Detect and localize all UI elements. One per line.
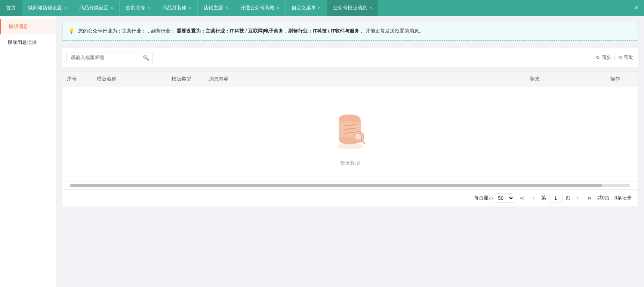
table-header: 序号 模版名称 模版类型 消息内容 状态 操作 <box>62 72 638 86</box>
empty-state-icon <box>328 109 373 154</box>
tab-template-message[interactable]: 公众号模版消息 × <box>327 0 378 16</box>
sidebar: 模版消息 模版消息记录 <box>0 16 56 287</box>
tab-category-settings[interactable]: 商品分类设置 × <box>73 0 120 16</box>
divider: | <box>614 55 615 60</box>
data-table: 序号 模版名称 模版类型 消息内容 状态 操作 <box>62 71 638 207</box>
tab-custom-menu[interactable]: 自定义菜单 × <box>286 0 327 16</box>
col-header-type: 模版类型 <box>167 72 204 86</box>
page-first-button[interactable]: ⊲ <box>517 193 526 202</box>
col-header-action: 操作 <box>593 72 638 86</box>
col-header-status: 状态 <box>526 72 593 86</box>
page-number-input[interactable] <box>549 194 563 202</box>
top-nav: 首页 微商城店铺设置 × 商品分类设置 × 首页装修 × 商品页装修 × 店铺主… <box>0 0 644 16</box>
main-layout: 模版消息 模版消息记录 💡 您的公众号行业为：主营行业：，副营行业： 需要设置为… <box>0 16 644 287</box>
page-last-button[interactable]: ⊳ <box>585 193 594 202</box>
page-size-area: 每页显示 50 20 100 <box>474 193 514 203</box>
tab-home[interactable]: 首页 <box>0 0 22 16</box>
global-close-button[interactable]: × <box>629 4 644 11</box>
help-icon: ⊙ <box>618 55 622 60</box>
tab-shop-settings[interactable]: 微商城店铺设置 × <box>22 0 73 16</box>
close-tab-shop-settings[interactable]: × <box>64 5 67 10</box>
notice-text1: 您的公众号行业为：主营行业：，副营行业： <box>78 28 175 34</box>
total-info: 共0页，0条记录 <box>597 195 632 201</box>
tab-homepage-decor[interactable]: 首页装修 × <box>120 0 156 16</box>
sync-button[interactable]: ↻ 同步 <box>596 54 611 61</box>
page-size-select[interactable]: 50 20 100 <box>495 193 514 203</box>
page-label1: 第 <box>541 195 546 201</box>
help-button[interactable]: ⊙ 帮助 <box>618 54 634 61</box>
close-tab-theme[interactable]: × <box>225 5 228 10</box>
empty-text: 暂无数据 <box>341 160 360 167</box>
search-button[interactable]: 🔍 <box>140 52 152 63</box>
content-area: 💡 您的公众号行业为：主营行业：，副营行业： 需要设置为：主营行业：IT科技 /… <box>56 16 644 287</box>
empty-state: 暂无数据 <box>62 86 638 181</box>
notice-highlight: 需要设置为：主营行业：IT科技 / 互联网|电子商务，副营行业：IT科技 / I… <box>176 28 364 34</box>
search-left: 🔍 <box>67 52 152 63</box>
sidebar-item-template-record[interactable]: 模版消息记录 <box>0 34 56 50</box>
close-tab-homepage[interactable]: × <box>147 5 150 10</box>
search-right: ↻ 同步 | ⊙ 帮助 <box>596 54 634 61</box>
page-label2: 页 <box>566 195 570 201</box>
close-tab-product[interactable]: × <box>189 5 191 10</box>
svg-point-7 <box>356 134 358 137</box>
col-header-content: 消息内容 <box>204 72 526 86</box>
search-input-wrap: 🔍 <box>67 52 152 63</box>
search-input[interactable] <box>67 52 140 62</box>
sync-icon: ↻ <box>596 55 600 60</box>
notice-box: 💡 您的公众号行业为：主营行业：，副营行业： 需要设置为：主营行业：IT科技 /… <box>62 22 638 41</box>
scroll-track[interactable] <box>70 184 630 187</box>
close-tab-template[interactable]: × <box>369 5 372 10</box>
col-header-name: 模版名称 <box>92 72 167 86</box>
tab-product-decor[interactable]: 商品页装修 × <box>156 0 198 16</box>
close-tab-category[interactable]: × <box>111 5 113 10</box>
scroll-thumb[interactable] <box>70 184 602 187</box>
tab-shop-theme[interactable]: 店铺主题 × <box>198 0 234 16</box>
close-tab-mall[interactable]: × <box>277 5 279 10</box>
pagination: 每页显示 50 20 100 ⊲ ‹ 第 页 › ⊳ 共0页，0条记录 <box>62 189 638 207</box>
col-header-seq: 序号 <box>62 72 92 86</box>
sidebar-item-template-message[interactable]: 模版消息 <box>0 19 56 34</box>
page-next-button[interactable]: › <box>573 193 582 202</box>
close-tab-menu[interactable]: × <box>318 5 321 10</box>
scroll-bar-area <box>62 181 638 189</box>
sync-label: 同步 <box>601 54 611 61</box>
tab-open-mall[interactable]: 开通公众号商城 × <box>234 0 286 16</box>
search-bar: 🔍 ↻ 同步 | ⊙ 帮助 <box>62 48 638 67</box>
page-size-label: 每页显示 <box>474 195 493 201</box>
notice-icon: 💡 <box>68 28 74 34</box>
notice-text2: 才能正常发送预置的消息。 <box>366 28 424 34</box>
help-label: 帮助 <box>624 54 634 61</box>
page-prev-button[interactable]: ‹ <box>529 193 538 202</box>
